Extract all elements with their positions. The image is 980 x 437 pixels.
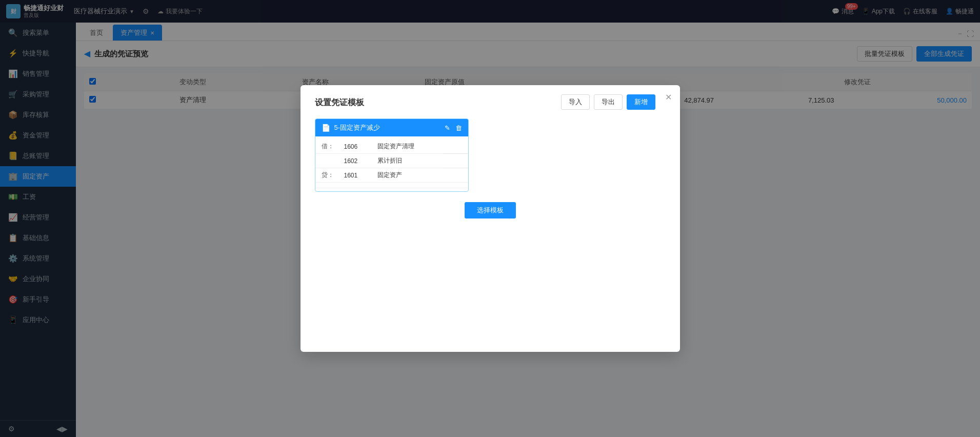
cert-code-1: 1606	[340, 140, 374, 154]
modal-header-actions: 导入 导出 新增	[561, 94, 655, 110]
import-button[interactable]: 导入	[561, 94, 590, 110]
content-area: 首页 资产管理 ✕ － ⛶ ◀ 生成的凭证预览	[76, 23, 980, 437]
certificate-card: 📄 5-固定资产减少 ✎ 🗑	[315, 118, 469, 192]
cert-edit-icon[interactable]: ✎	[445, 124, 450, 132]
modal-overlay: ✕ 导入 导出 新增 设置凭证模板	[76, 41, 980, 437]
cert-name-3: 固定资产	[373, 168, 443, 183]
cert-code-2: 1602	[340, 154, 374, 168]
cert-name-1: 固定资产清理	[373, 140, 443, 154]
cert-credit-2	[455, 154, 468, 168]
cert-direction-2	[315, 154, 340, 168]
cert-code-3: 1601	[340, 168, 374, 183]
cert-title: 5-固定资产减少	[334, 123, 381, 132]
cert-doc-icon: 📄	[322, 124, 330, 132]
cert-entry-row: 借： 1606 固定资产清理	[315, 140, 468, 154]
new-button[interactable]: 新增	[627, 94, 655, 110]
cert-credit-3	[455, 168, 468, 183]
select-template-button[interactable]: 选择模板	[465, 202, 516, 218]
cert-debit-1	[443, 140, 455, 154]
cert-entry-row: 1602 累计折旧	[315, 154, 468, 168]
cert-direction-1: 借：	[315, 140, 340, 154]
cert-entry-row: 贷： 1601 固定资产	[315, 168, 468, 183]
cert-credit-1	[455, 140, 468, 154]
cert-delete-icon[interactable]: 🗑	[455, 124, 462, 132]
cert-card-header: 📄 5-固定资产减少 ✎ 🗑	[315, 119, 468, 136]
cert-debit-3	[443, 168, 455, 183]
cert-card-body: 借： 1606 固定资产清理 1602	[315, 136, 468, 191]
cert-empty-row	[315, 183, 468, 188]
cert-name-2: 累计折旧	[373, 154, 443, 168]
page-content: ◀ 生成的凭证预览 批量凭证模板 全部生成凭证	[76, 41, 980, 437]
cert-header-actions: ✎ 🗑	[445, 124, 462, 132]
main-area: 🔍 搜索菜单 ⚡ 快捷导航 📊 销售管理 🛒 采购管理 📦 库存核算	[0, 23, 980, 437]
cert-direction-3: 贷：	[315, 168, 340, 183]
modal-close-button[interactable]: ✕	[665, 92, 672, 102]
cert-debit-2	[443, 154, 455, 168]
modal-dialog: ✕ 导入 导出 新增 设置凭证模板	[301, 85, 680, 352]
cert-entries-table: 借： 1606 固定资产清理 1602	[315, 140, 468, 188]
export-button[interactable]: 导出	[594, 94, 623, 110]
cert-header-left: 📄 5-固定资产减少	[322, 123, 381, 132]
